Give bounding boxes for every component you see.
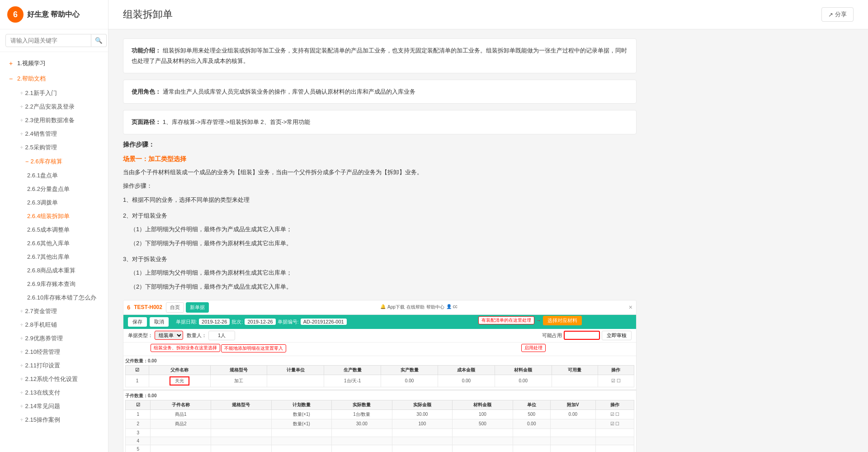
sidebar-item-video[interactable]: + 1.视频学习 (0, 56, 108, 71)
annotation1-arrow: → (536, 318, 541, 323)
step1-text: 1、根据不同的业务，选择不同单据的类型来处理 (123, 195, 637, 206)
mock-doc-no-value: AD-20191226-001 (301, 319, 347, 325)
sidebar-item-finance[interactable]: +2.7资金管理 (13, 305, 108, 318)
sidebar-item-faq[interactable]: +2.14常见问题 (13, 400, 108, 413)
lower-row-5: 5 (126, 445, 634, 452)
sidebar-item-mobile[interactable]: +2.8手机旺铺 (13, 318, 108, 332)
upper-cell-0-0: 1 (126, 375, 149, 387)
sidebar-item-2-6-1[interactable]: 2.6.1盘点单 (20, 169, 108, 182)
upper-cell-0-8 (552, 375, 598, 387)
lower-table-header: ☑ 子件名称 规格型号 计划数量 实际数量 实际金额 材料金额 单位 附加V (126, 400, 634, 409)
mock-doc-type-select[interactable]: 组装单 拆卸单 (155, 331, 183, 340)
annotation1-container: 有装配清单的在这里处理 → 选择对应材料 (478, 316, 582, 325)
sidebar-item-pay[interactable]: +2.13在线支付 (13, 386, 108, 400)
lower-th-9: 操作 (595, 400, 634, 409)
lower-row-3: 3 (126, 428, 634, 437)
nav-stock-children: 2.6.1盘点单 2.6.2分量盘点单 2.6.3调拨单 2.6.4组装拆卸单 … (13, 169, 108, 305)
mock-cancel-btn[interactable]: 取消 (150, 317, 169, 327)
scene1-desc: 当由多个子件材料组装成一个成品的业务为【组装】业务，当由一个父件拆分成多个子产品… (123, 167, 637, 178)
upper-th-6: 成本金额 (438, 365, 495, 375)
scene1-label: 场景一：加工类型选择 (123, 155, 637, 163)
step2-2-text: （2）下部明细为子件明细，最终作为原材料生成其它出库单。 (123, 238, 637, 249)
mock-nav-new[interactable]: 新单据 (186, 302, 209, 313)
upper-th-4: 生产数量 (324, 365, 381, 375)
mock-close-button[interactable]: × (629, 304, 632, 311)
sidebar-item-docs[interactable]: − 2.帮助文档 (0, 71, 108, 86)
mock-confirm-btn[interactable]: 立即审核 (602, 331, 632, 340)
sidebar-item-data[interactable]: +2.3使用前数据准备 (13, 114, 108, 127)
sidebar-item-system[interactable]: +2.12系统个性化设置 (13, 372, 108, 386)
mock-nav: 自页 新单据 (166, 302, 209, 313)
search-input[interactable] (5, 34, 91, 47)
mock-stock-label: 可能占用 (542, 332, 562, 339)
sidebar-item-stock[interactable]: − 2.6库存核算 (13, 154, 108, 169)
step1-block: 1、根据不同的业务，选择不同单据的类型来处理 (123, 195, 637, 206)
ops-label: 操作步骤： (123, 141, 637, 149)
nav-docs-children: +2.1新手入门 +2.2产品安装及登录 +2.3使用前数据准备 +2.4销售管… (0, 86, 108, 427)
plus-icon: + (7, 60, 14, 67)
upper-table-label: 父件数量：0.00 (125, 358, 634, 364)
search-button[interactable]: 🔍 (91, 34, 107, 47)
upper-cell-0-2: 加工 (210, 375, 267, 387)
sidebar-item-newbie[interactable]: +2.1新手入门 (13, 86, 108, 100)
sidebar-item-2-6-9[interactable]: 2.6.9库存账本查询 (20, 277, 108, 291)
sidebar-item-2-6-3[interactable]: 2.6.3调拨单 (20, 196, 108, 209)
mock-lower-table: ☑ 子件名称 规格型号 计划数量 实际数量 实际金额 材料金额 单位 附加V (125, 400, 634, 452)
lower-th-4: 实际数量 (332, 400, 392, 409)
minus-icon: − (7, 75, 14, 82)
mock-nav-home[interactable]: 自页 (166, 302, 184, 313)
mock-top-icons: 🔔 App下载 在线帮助 帮助中心 👤 cc (380, 304, 458, 310)
mock-stock-area: 可能占用 立即审核 (542, 331, 632, 340)
role-text: 通常由生产人员或库管人员完成拆装业务的操作，库管人员确认原材料的出库和产成品的入… (163, 88, 415, 95)
sidebar-item-2-6-7[interactable]: 2.6.7其他出库单 (20, 250, 108, 264)
upper-cell-0-6: 0.00 (438, 375, 495, 387)
sidebar-item-cases[interactable]: +2.15操作案例 (13, 413, 108, 427)
sidebar-item-2-6-10[interactable]: 2.6.10库存账本错了怎么办 (20, 291, 108, 305)
sidebar-item-2-6-2[interactable]: 2.6.2分量盘点单 (20, 182, 108, 196)
sidebar-item-ops[interactable]: +2.10经营管理 (13, 345, 108, 359)
logo-area: 6 好生意 帮助中心 (0, 0, 108, 29)
intro-label: 功能介绍： (132, 47, 161, 54)
sidebar-item-2-6-4[interactable]: 2.6.4组装拆卸单 (20, 209, 108, 223)
mock-save-btn[interactable]: 保存 (128, 317, 147, 327)
upper-table-body: 1 关光 加工 1台/天-1 0.00 0.00 0.00 ☑ ☐ (126, 375, 634, 387)
upper-th-1: 父件名称 (149, 365, 210, 375)
upper-table-header: ☑ 父件名称 规格型号 计量单位 生产数量 实产数量 成本金额 材料金额 可用量 (126, 365, 634, 375)
path-block: 页面路径： 1、库存核算->库存管理->组装拆卸单 2、首页->常用功能 (123, 110, 637, 134)
sidebar-item-print[interactable]: +2.11打印设置 (13, 359, 108, 372)
mock-doc-type-label: 单据类型： (128, 332, 153, 339)
sidebar-item-coupon[interactable]: +2.9优惠券管理 (13, 332, 108, 345)
lower-th-2: 规格型号 (211, 400, 271, 409)
step2-1-text: （1）上部明细为父件明细，最终作为产成品生成其它入库单； (123, 224, 637, 235)
mock-date-value: 2019-12-26 (199, 319, 230, 325)
sidebar-item-sales[interactable]: +2.4销售管理 (13, 127, 108, 141)
step2-text: 2、对于组装业务 (123, 210, 637, 222)
mock-icon-help: 在线帮助 (406, 304, 425, 310)
annotation3-label: 组装业务、拆卸业务在这里选择 (151, 344, 220, 352)
role-block: 使用角色： 通常由生产人员或库管人员完成拆装业务的操作，库管人员确认原材料的出库… (123, 80, 637, 104)
upper-th-3: 计量单位 (267, 365, 324, 375)
mock-select-material-btn[interactable]: 选择对应材料 (543, 316, 582, 325)
lower-header-row: ☑ 子件名称 规格型号 计划数量 实际数量 实际金额 材料金额 单位 附加V (126, 400, 634, 409)
mock-form-area: 单据类型： 组装单 拆卸单 数量人： 1人 组装业务、拆卸业务 (123, 329, 636, 343)
mock-count-label: 数量人： (187, 332, 207, 339)
upper-cell-0-7: 0.00 (495, 375, 552, 387)
mock-lower-table-area: 子件数量：0.00 ☑ 子件名称 规格型号 计划数量 实际数量 实际金额 (123, 391, 636, 452)
mock-icon-center: 帮助中心 (426, 304, 444, 310)
step3-1-text: （1）上部明细为父件明细，最终作为原材料生成其它出库单； (123, 267, 637, 279)
upper-row-1: 1 关光 加工 1台/天-1 0.00 0.00 0.00 ☑ ☐ (126, 375, 634, 387)
mock-logo: 6 (127, 304, 130, 311)
sidebar-item-install[interactable]: +2.2产品安装及登录 (13, 100, 108, 114)
upper-th-8: 可用量 (552, 365, 598, 375)
mock-app: 6 TEST-H002 自页 新单据 🔔 App下载 在线帮助 帮助中心 👤 c… (123, 300, 636, 452)
sidebar-item-2-6-8[interactable]: 2.6.8商品成本重算 (20, 264, 108, 277)
sidebar-item-2-6-5[interactable]: 2.6.5成本调整单 (20, 223, 108, 237)
sidebar: 6 好生意 帮助中心 🔍 + 1.视频学习 − 2.帮助文档 +2.1新手入门 … (0, 0, 108, 452)
sidebar-item-2-6-6[interactable]: 2.6.6其他入库单 (20, 237, 108, 250)
lower-th-1: 子件名称 (151, 400, 211, 409)
share-button[interactable]: ↗ 分享 (821, 7, 854, 22)
upper-cell-0-3 (267, 375, 324, 387)
sidebar-item-purchase[interactable]: +2.5采购管理 (13, 141, 108, 154)
nav-section: + 1.视频学习 − 2.帮助文档 +2.1新手入门 +2.2产品安装及登录 +… (0, 52, 108, 452)
mock-stock-input[interactable] (564, 331, 600, 340)
